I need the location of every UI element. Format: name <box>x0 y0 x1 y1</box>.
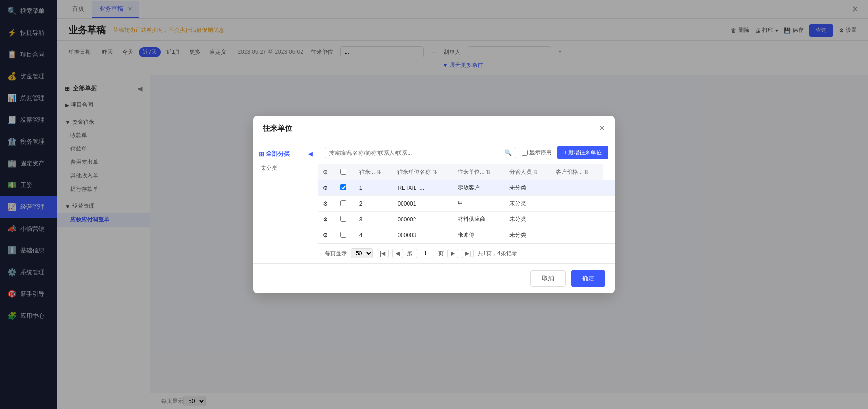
row-settings-cell: ⚙ <box>318 212 336 227</box>
col-code[interactable]: 往来... ⇅ <box>355 164 393 180</box>
dialog-table-wrap: ⚙ 往来... ⇅ 往来单位名称 ⇅ 往来单位... ⇅ 分管人员 ⇅ 客户价格… <box>318 164 615 243</box>
dialog-toolbar: 🔍 显示停用 + 新增往来单位 <box>318 141 615 164</box>
dialog-title: 往来单位 <box>263 124 292 133</box>
search-input[interactable] <box>329 150 502 156</box>
last-page-button[interactable]: ▶| <box>462 249 474 258</box>
row-manager-cell <box>551 212 603 227</box>
table-row[interactable]: ⚙ 1 RETAIL_... 零散客户 未分类 <box>318 180 615 196</box>
col-name[interactable]: 往来单位名称 ⇅ <box>393 164 453 180</box>
row-category-cell: 未分类 <box>505 227 551 243</box>
next-page-button[interactable]: ▶ <box>447 249 458 258</box>
row-price-cell <box>603 180 615 196</box>
row-number-cell: 4 <box>355 227 393 243</box>
select-all-checkbox[interactable] <box>340 169 346 175</box>
table-row[interactable]: ⚙ 2 000001 甲 未分类 <box>318 196 615 212</box>
page-number-input[interactable] <box>416 249 434 258</box>
prev-page-button[interactable]: ◀ <box>392 249 403 258</box>
dialog-pagination: 每页显示 50 |◀ ◀ 第 页 ▶ ▶| 共1页，4条记录 <box>318 243 615 263</box>
row-number-cell: 1 <box>355 180 393 196</box>
col-manager[interactable]: 分管人员 ⇅ <box>505 164 551 180</box>
dialog-header: 往来单位 ✕ <box>253 116 615 141</box>
partner-table: ⚙ 往来... ⇅ 往来单位名称 ⇅ 往来单位... ⇅ 分管人员 ⇅ 客户价格… <box>318 164 615 243</box>
row-code-cell: 000001 <box>393 196 453 212</box>
row-checkbox-cell[interactable] <box>336 212 355 227</box>
category-unclassified[interactable]: 未分类 <box>253 161 318 176</box>
table-row[interactable]: ⚙ 3 000002 材料供应商 未分类 <box>318 212 615 227</box>
row-price-cell <box>603 227 615 243</box>
dialog-close-button[interactable]: ✕ <box>598 123 605 133</box>
cancel-button[interactable]: 取消 <box>530 270 566 287</box>
grid-category-icon: ⊞ <box>259 151 264 157</box>
row-name-cell: 零散客户 <box>453 180 505 196</box>
per-page-label: 每页显示 <box>325 250 347 258</box>
row-code-cell: 000003 <box>393 227 453 243</box>
partner-dialog: 往来单位 ✕ ⊞ 全部分类 ◀ 未分类 🔍 <box>253 116 615 293</box>
show-disabled-checkbox[interactable]: 显示停用 <box>522 149 552 157</box>
row-checkbox-cell[interactable] <box>336 180 355 196</box>
col-price[interactable]: 客户价格... ⇅ <box>551 164 603 180</box>
row-manager-cell <box>551 196 603 212</box>
page-suffix: 页 <box>438 250 444 258</box>
row-settings-cell: ⚙ <box>318 196 336 212</box>
total-records: 共1页，4条记录 <box>478 250 517 258</box>
row-category-cell: 未分类 <box>505 212 551 227</box>
row-number-cell: 2 <box>355 196 393 212</box>
row-category-cell: 未分类 <box>505 180 551 196</box>
collapse-left-icon[interactable]: ◀ <box>308 151 312 157</box>
row-checkbox-cell[interactable] <box>336 196 355 212</box>
table-row[interactable]: ⚙ 4 000003 张帅傅 未分类 <box>318 227 615 243</box>
row-name-cell: 甲 <box>453 196 505 212</box>
dialog-right: 🔍 显示停用 + 新增往来单位 ⚙ <box>318 141 615 263</box>
row-category-cell: 未分类 <box>505 196 551 212</box>
page-prefix: 第 <box>407 250 412 258</box>
row-price-cell <box>603 212 615 227</box>
show-disabled-check[interactable] <box>522 150 528 156</box>
col-category[interactable]: 往来单位... ⇅ <box>453 164 505 180</box>
search-box: 🔍 <box>325 147 516 158</box>
dialog-overlay: 往来单位 ✕ ⊞ 全部分类 ◀ 未分类 🔍 <box>0 0 868 409</box>
row-manager-cell <box>551 180 603 196</box>
per-page-select[interactable]: 50 <box>351 248 373 258</box>
row-price-cell <box>603 196 615 212</box>
col-settings: ⚙ <box>318 164 336 180</box>
col-checkbox <box>336 164 355 180</box>
row-settings-cell: ⚙ <box>318 180 336 196</box>
category-title[interactable]: ⊞ 全部分类 ◀ <box>253 147 318 161</box>
row-name-cell: 张帅傅 <box>453 227 505 243</box>
dialog-categories: ⊞ 全部分类 ◀ 未分类 <box>253 141 318 263</box>
confirm-button[interactable]: 确定 <box>571 270 605 287</box>
add-partner-button[interactable]: + 新增往来单位 <box>557 146 608 159</box>
row-manager-cell <box>551 227 603 243</box>
search-icon: 🔍 <box>504 149 512 156</box>
row-name-cell: 材料供应商 <box>453 212 505 227</box>
dialog-actions: 取消 确定 <box>253 263 615 293</box>
row-checkbox-cell[interactable] <box>336 227 355 243</box>
row-code-cell: RETAIL_... <box>393 180 453 196</box>
row-number-cell: 3 <box>355 212 393 227</box>
row-code-cell: 000002 <box>393 212 453 227</box>
row-settings-cell: ⚙ <box>318 227 336 243</box>
first-page-button[interactable]: |◀ <box>377 249 389 258</box>
dialog-body: ⊞ 全部分类 ◀ 未分类 🔍 显示停用 <box>253 141 615 263</box>
